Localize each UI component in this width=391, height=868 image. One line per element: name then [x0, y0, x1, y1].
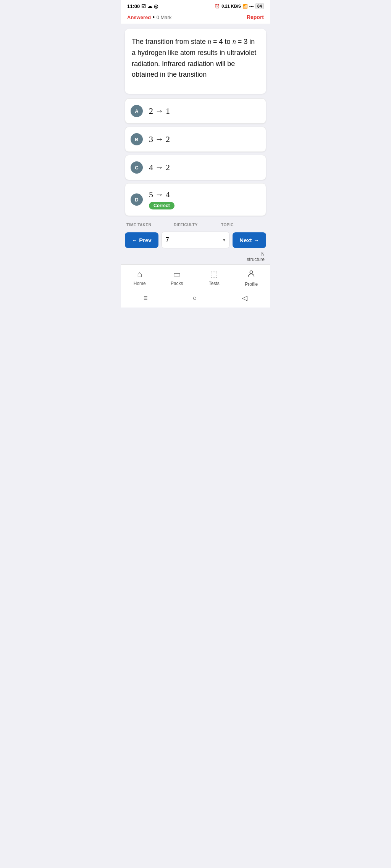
packs-icon: ▭ — [173, 269, 181, 279]
topic-label-area: Nstructure — [121, 251, 270, 264]
home-icon: ⌂ — [137, 269, 142, 279]
back-button[interactable]: ◁ — [242, 294, 247, 302]
battery-display: 84 — [255, 3, 264, 9]
status-bar: 11:00 ☑ ☁ ◎ ⏰ 0.21 KB/S 📶 ▪▪▪ 84 — [121, 0, 270, 11]
difficulty-label: DIFFICULTY — [174, 223, 217, 227]
profile-icon — [247, 269, 255, 280]
question-text: The transition from state n = 4 to n = 3… — [132, 36, 259, 80]
option-d-content: 5 → 4 Correct — [149, 190, 174, 209]
dot-separator: • — [153, 14, 157, 20]
nav-packs[interactable]: ▭ Packs — [158, 268, 196, 288]
prev-button[interactable]: ← Prev — [125, 232, 158, 248]
option-a-badge: A — [131, 105, 143, 117]
correct-badge: Correct — [149, 202, 174, 209]
nav-tests[interactable]: ⬚ Tests — [196, 268, 233, 288]
option-b-badge: B — [131, 133, 143, 145]
wifi-icon: 📶 — [242, 4, 248, 9]
menu-button[interactable]: ≡ — [144, 294, 148, 302]
option-b-card[interactable]: B 3 → 2 — [125, 127, 266, 152]
mark-label: 0 Mark — [157, 14, 172, 20]
option-d-badge: D — [131, 193, 143, 206]
next-button[interactable]: Next → — [233, 232, 266, 248]
tests-icon: ⬚ — [210, 269, 218, 279]
cloud-icon: ☁ — [147, 3, 152, 9]
option-a-text: 2 → 1 — [149, 106, 170, 116]
question-selector[interactable]: 7 ▾ — [162, 232, 230, 248]
topic-value: Nstructure — [247, 251, 265, 262]
svg-point-0 — [250, 271, 253, 274]
question-card: The transition from state n = 4 to n = 3… — [125, 29, 266, 94]
profile-label: Profile — [245, 282, 258, 287]
topic-label-stat: TOPIC — [221, 223, 265, 227]
time-taken-label: TIME TAKEN — [126, 223, 170, 227]
speed-display: 0.21 KB/S — [221, 4, 241, 8]
status-left: 11:00 ☑ ☁ ◎ — [127, 3, 158, 9]
option-b-text: 3 → 2 — [149, 134, 170, 144]
packs-label: Packs — [171, 281, 183, 286]
option-b-content: 3 → 2 — [149, 134, 170, 144]
time-display: 11:00 — [127, 3, 140, 9]
answered-label: Answered — [127, 14, 151, 20]
option-a-content: 2 → 1 — [149, 106, 170, 116]
nav-home[interactable]: ⌂ Home — [121, 268, 158, 288]
option-c-content: 4 → 2 — [149, 163, 170, 172]
system-nav: ≡ ○ ◁ — [121, 290, 270, 308]
tests-label: Tests — [209, 281, 220, 286]
option-c-card[interactable]: C 4 → 2 — [125, 155, 266, 180]
nav-profile[interactable]: Profile — [233, 268, 270, 288]
answered-section: Answered • 0 Mark — [127, 14, 171, 21]
chevron-down-icon: ▾ — [223, 237, 225, 243]
status-right: ⏰ 0.21 KB/S 📶 ▪▪▪ 84 — [215, 3, 264, 9]
home-button[interactable]: ○ — [193, 294, 197, 302]
question-number: 7 — [166, 237, 169, 243]
option-a-card[interactable]: A 2 → 1 — [125, 98, 266, 124]
option-c-badge: C — [131, 161, 143, 174]
signal-icon: ▪▪▪ — [249, 4, 254, 8]
bottom-nav: ⌂ Home ▭ Packs ⬚ Tests Profile — [121, 264, 270, 290]
option-d-card[interactable]: D 5 → 4 Correct — [125, 183, 266, 216]
top-bar: Answered • 0 Mark Report — [121, 11, 270, 24]
option-d-text: 5 → 4 — [149, 190, 174, 200]
nav-bar: ← Prev 7 ▾ Next → — [121, 229, 270, 251]
stats-bar: TIME TAKEN DIFFICULTY TOPIC — [121, 219, 270, 229]
report-button[interactable]: Report — [247, 14, 264, 20]
home-label: Home — [134, 281, 146, 286]
alarm-icon: ☑ — [141, 3, 146, 9]
alarm-clock-icon: ⏰ — [215, 4, 220, 9]
option-c-text: 4 → 2 — [149, 163, 170, 172]
sync-icon: ◎ — [154, 3, 158, 9]
